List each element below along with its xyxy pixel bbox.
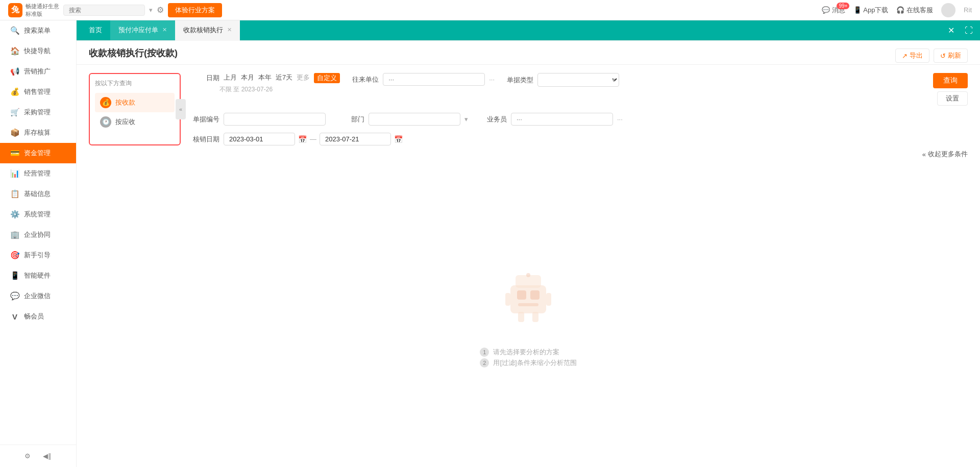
sidebar-item-vip[interactable]: V 畅会员	[0, 306, 76, 327]
date-links: 上月 本月 本年 近7天 更多 自定义	[224, 73, 340, 83]
department-input[interactable]	[369, 113, 460, 126]
receivable-option-label: 按应收	[115, 117, 135, 127]
voucher-type-filter: 单据类型 ▾	[503, 73, 616, 87]
sidebar-item-search-menu[interactable]: 🔍 搜索菜单	[0, 20, 76, 41]
voucher-number-filter: 单据编号	[189, 113, 326, 126]
date-link-custom[interactable]: 自定义	[314, 73, 340, 83]
step-num-1: 1	[480, 348, 489, 357]
staff-input[interactable]	[511, 113, 613, 126]
message-icon: 💬	[822, 6, 830, 14]
date-link-more[interactable]: 更多	[297, 73, 310, 83]
sidebar-item-enterprise-collab[interactable]: 🏢 企业协同	[0, 225, 76, 245]
sidebar-label-system: 系统管理	[24, 210, 51, 219]
empty-step-2: 2 用[过滤]条件来缩小分析范围	[480, 358, 576, 367]
sidebar-bottom: ⚙ ◀‖	[0, 445, 76, 467]
tab-close-prepayment[interactable]: ✕	[162, 27, 167, 33]
date-link-this-year[interactable]: 本年	[258, 73, 272, 83]
sidebar-item-enterprise-wechat[interactable]: 💬 企业微信	[0, 286, 76, 306]
sidebar-item-marketing[interactable]: 📢 营销推广	[0, 61, 76, 82]
collapse-more-icon: «	[922, 151, 926, 158]
sidebar-item-system[interactable]: ⚙️ 系统管理	[0, 204, 76, 225]
page-area: 收款核销执行(按收款) ↗ 导出 ↺ 刷新	[77, 41, 980, 467]
sidebar-item-quick-nav[interactable]: 🏠 快捷导航	[0, 41, 76, 61]
sidebar-label-quick-nav: 快捷导航	[24, 46, 51, 56]
industry-btn[interactable]: 体验行业方案	[168, 3, 222, 17]
logo: 兔 畅捷通好生意 标准版	[8, 3, 59, 17]
export-btn[interactable]: ↗ 导出	[895, 48, 929, 63]
voucher-number-input[interactable]	[224, 113, 326, 126]
empty-state: 1 请先选择要分析的方案 2 用[过滤]条件来缩小分析范围	[77, 167, 980, 467]
top-bar: 兔 畅捷通好生意 标准版 ▾ ⚙ 体验行业方案 💬 消息 99+ 📱 App下载…	[0, 0, 980, 20]
sidebar-label-operations: 经营管理	[24, 169, 51, 178]
beginner-icon: 🎯	[10, 251, 20, 260]
tab-prepayment[interactable]: 预付冲应付单 ✕	[110, 20, 175, 41]
search-dropdown-icon[interactable]: ▾	[149, 6, 153, 14]
query-btn[interactable]: 查询	[933, 73, 968, 88]
empty-steps: 1 请先选择要分析的方案 2 用[过滤]条件来缩小分析范围	[480, 346, 576, 369]
verify-date-end-input[interactable]	[320, 133, 391, 145]
online-service-btn[interactable]: 🎧 在线客服	[896, 6, 933, 15]
enterprise-collab-icon: 🏢	[10, 230, 20, 239]
date-link-last-month[interactable]: 上月	[224, 73, 237, 83]
date-link-7days[interactable]: 近7天	[276, 73, 292, 83]
department-filter: 部门 ▾	[334, 113, 468, 126]
top-bar-right: 💬 消息 99+ 📱 App下载 🎧 在线客服 Rit	[822, 3, 972, 17]
tab-close-receipt-verify[interactable]: ✕	[227, 27, 232, 33]
search-input[interactable]	[63, 5, 145, 16]
svg-rect-2	[530, 290, 540, 300]
fullscreen-btn[interactable]: ⛶	[962, 24, 976, 37]
department-dropdown-icon[interactable]: ▾	[464, 115, 468, 123]
settings-bottom-icon[interactable]: ⚙	[20, 450, 35, 462]
close-all-tabs-btn[interactable]: ✕	[945, 23, 958, 37]
svg-rect-4	[505, 293, 510, 306]
sidebar-item-basic-info[interactable]: 📋 基础信息	[0, 184, 76, 204]
counterpart-input[interactable]	[383, 73, 485, 86]
svg-rect-0	[510, 285, 546, 313]
empty-step-1: 1 请先选择要分析的方案	[480, 348, 576, 357]
tab-receipt-verify[interactable]: 收款核销执行 ✕	[175, 20, 240, 41]
voucher-type-select[interactable]	[537, 73, 619, 87]
logo-text: 畅捷通好生意 标准版	[26, 3, 59, 17]
verify-date-end-calendar[interactable]: 📅	[394, 135, 403, 143]
sidebar-item-smart-hardware[interactable]: 📱 智能硬件	[0, 265, 76, 286]
staff-more-icon[interactable]: ···	[617, 115, 623, 123]
verify-date-start-input[interactable]	[224, 133, 295, 145]
filter-option-by-receipt[interactable]: 💰 按收款	[95, 93, 175, 112]
logo-icon: 兔	[8, 3, 22, 17]
collapse-more-btn[interactable]: « 收起更多条件	[922, 150, 968, 159]
date-link-this-month[interactable]: 本月	[241, 73, 254, 83]
sidebar-item-funds[interactable]: 💳 资金管理	[0, 143, 76, 163]
user-avatar[interactable]	[941, 3, 955, 17]
tab-home[interactable]: 首页	[81, 20, 110, 41]
counterpart-more-icon[interactable]: ···	[489, 76, 495, 83]
filter-sidebar-collapse-btn[interactable]: «	[176, 99, 186, 119]
settings-icon[interactable]: ⚙	[157, 5, 164, 15]
filter-sidebar: 按以下方查询 💰 按收款 🕐 按应收 «	[89, 73, 181, 145]
basic-info-icon: 📋	[10, 189, 20, 199]
verify-date-label: 核销日期	[189, 135, 219, 144]
counterpart-label: 往来单位	[348, 75, 379, 84]
sidebar-item-purchase[interactable]: 🛒 采购管理	[0, 102, 76, 122]
filter-option-by-receivable[interactable]: 🕐 按应收	[95, 112, 175, 132]
page-header: 收款核销执行(按收款) ↗ 导出 ↺ 刷新	[77, 41, 980, 65]
staff-filter: 业务员 ···	[476, 113, 623, 126]
sidebar-item-inventory[interactable]: 📦 库存核算	[0, 122, 76, 143]
sidebar-item-sales[interactable]: 💰 销售管理	[0, 82, 76, 102]
verify-date-start-calendar[interactable]: 📅	[298, 135, 307, 143]
sidebar-label-basic-info: 基础信息	[24, 189, 51, 199]
sidebar-label-beginner: 新手引导	[24, 251, 51, 260]
date-nolimit-text: 不限 至 2023-07-26	[219, 85, 340, 94]
app-download-btn[interactable]: 📱 App下载	[853, 6, 888, 15]
sidebar-label-marketing: 营销推广	[24, 67, 51, 76]
sidebar-label-purchase: 采购管理	[24, 108, 51, 117]
refresh-btn[interactable]: ↺ 刷新	[934, 48, 968, 63]
page-title-row: 收款核销执行(按收款) ↗ 导出 ↺ 刷新	[89, 47, 968, 64]
sidebar-item-operations[interactable]: 📊 经营管理	[0, 163, 76, 184]
sidebar-item-beginner[interactable]: 🎯 新手引导	[0, 245, 76, 265]
message-btn[interactable]: 💬 消息 99+	[822, 6, 845, 15]
filter-sidebar-title: 按以下方查询	[95, 79, 175, 88]
svg-rect-3	[518, 303, 538, 306]
smart-hardware-icon: 📱	[10, 271, 20, 280]
collapse-sidebar-btn[interactable]: ◀‖	[39, 450, 56, 462]
setting-btn[interactable]: 设置	[937, 91, 968, 106]
